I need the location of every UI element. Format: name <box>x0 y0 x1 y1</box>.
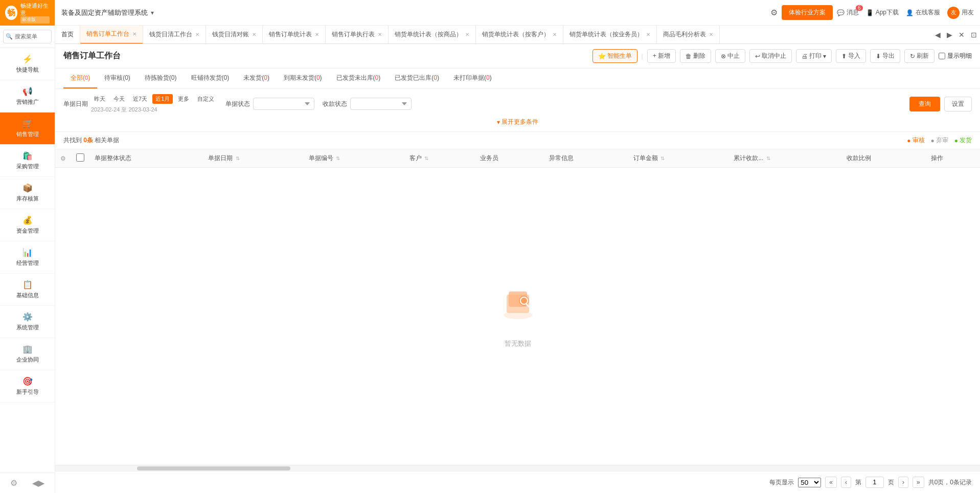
tab-scroll-left[interactable]: ◀ <box>932 29 944 41</box>
sidebar-settings-button[interactable]: ⚙ <box>10 478 17 488</box>
sidebar-item-inventory[interactable]: 📦 库存核算 <box>0 177 55 209</box>
tab-close-icon[interactable]: ✕ <box>315 32 319 37</box>
tab-close-icon[interactable]: ✕ <box>378 32 382 37</box>
print-button[interactable]: 🖨 打印 ▾ <box>796 49 832 63</box>
tab-sales-stats[interactable]: 销售订单统计表 ✕ <box>263 26 326 44</box>
subtab-shipped-out[interactable]: 已发货已出库(0) <box>388 69 446 88</box>
tab-sales-workbench[interactable]: 销售订单工作台 ✕ <box>80 26 143 44</box>
col-customer[interactable]: 客户 ⇅ <box>404 149 475 168</box>
sidebar-item-system[interactable]: ⚙️ 系统管理 <box>0 306 55 338</box>
sidebar-item-marketing[interactable]: 📢 营销推广 <box>0 80 55 113</box>
scroll-thumb[interactable] <box>137 466 290 470</box>
payment-select[interactable] <box>350 98 412 110</box>
date-option-1month[interactable]: 近1月 <box>152 94 173 104</box>
tab-scroll-right[interactable]: ▶ <box>944 29 955 41</box>
export-button[interactable]: ⬇ 导出 <box>870 49 900 63</box>
tab-close-icon[interactable]: ✕ <box>553 32 557 37</box>
tab-sales-execute[interactable]: 销售订单执行表 ✕ <box>326 26 389 44</box>
tab-cash-reconcile[interactable]: 钱货日清对账 ✕ <box>206 26 263 44</box>
sidebar-item-sales[interactable]: 🛒 销售管理 <box>0 113 55 145</box>
audit-button[interactable]: ● 审核 <box>907 136 924 145</box>
status-select[interactable] <box>253 98 314 110</box>
purchase-icon: 🛍️ <box>22 151 33 161</box>
online-service-button[interactable]: 👤 在线客服 <box>906 8 940 17</box>
date-option-today[interactable]: 今天 <box>110 94 128 104</box>
empty-icon <box>497 284 538 333</box>
column-settings-icon[interactable]: ⚙ <box>60 155 66 162</box>
date-option-yesterday[interactable]: 昨天 <box>91 94 108 104</box>
tab-close-icon[interactable]: ✕ <box>709 32 713 37</box>
next-page-button[interactable]: › <box>898 477 908 488</box>
prev-page-button[interactable]: ‹ <box>841 477 851 488</box>
subtab-not-printed[interactable]: 未打印单据(0) <box>446 69 499 88</box>
subtab-pending-review[interactable]: 待审核(0) <box>97 69 138 88</box>
show-detail-checkbox-label[interactable]: 显示明细 <box>939 52 972 60</box>
tab-close-icon[interactable]: ✕ <box>646 32 650 37</box>
subtab-all[interactable]: 全部(0) <box>63 69 97 88</box>
select-all-checkbox[interactable] <box>76 153 84 162</box>
new-button[interactable]: + 新增 <box>647 49 676 63</box>
filter-expand-button[interactable]: ▾ 展开更多条件 <box>497 118 538 126</box>
col-date[interactable]: 单据日期 ⇅ <box>203 149 304 168</box>
smart-gen-button[interactable]: ⭐ 智能生单 <box>592 49 637 63</box>
tab-close-icon[interactable]: ✕ <box>252 32 256 37</box>
col-number[interactable]: 单据编号 ⇅ <box>304 149 404 168</box>
tab-expand[interactable]: ⊡ <box>968 29 980 41</box>
tab-cash-daily[interactable]: 钱货日清工作台 ✕ <box>143 26 206 44</box>
query-button[interactable]: 查询 <box>909 97 940 111</box>
subtab-overdue-not-shipped[interactable]: 到期未发货(0) <box>277 69 329 88</box>
import-button[interactable]: ⬆ 导入 <box>836 49 866 63</box>
date-option-7days[interactable]: 近7天 <box>130 94 150 104</box>
filter-settings-button[interactable]: 设置 <box>944 97 972 111</box>
app-download-button[interactable]: 📱 App下载 <box>866 8 899 17</box>
search-menu-button[interactable]: 🔍 搜索菜单 <box>3 30 52 43</box>
subtab-shipped-not-warehoused[interactable]: 已发货未出库(0) <box>329 69 388 88</box>
tab-close-icon[interactable]: ✕ <box>132 31 136 37</box>
delete-icon: 🗑 <box>686 53 692 60</box>
tab-sales-stats-product[interactable]: 销货单统计表（按商品） ✕ <box>389 26 476 44</box>
refresh-button[interactable]: ↻ 刷新 <box>904 49 935 63</box>
delete-button[interactable]: 🗑 删除 <box>680 49 711 63</box>
first-page-button[interactable]: « <box>825 477 837 488</box>
subtab-not-shipped[interactable]: 未发货(0) <box>236 69 277 88</box>
sidebar-item-quick-nav[interactable]: ⚡ 快捷导航 <box>0 48 55 80</box>
date-option-more[interactable]: 更多 <box>175 94 192 104</box>
sort-icon: ⇅ <box>660 155 665 161</box>
sidebar-item-guide[interactable]: 🎯 新手引导 <box>0 370 55 402</box>
sidebar-item-basic-info[interactable]: 📋 基础信息 <box>0 274 55 306</box>
col-collected[interactable]: 累计收款... ⇅ <box>728 149 841 168</box>
tab-close-icon[interactable]: ✕ <box>465 32 469 37</box>
sidebar-item-enterprise[interactable]: 🏢 企业协同 <box>0 338 55 370</box>
message-button[interactable]: 💬 消息 6 <box>837 8 859 17</box>
stop-button[interactable]: ⊗ 中止 <box>715 49 745 63</box>
horizontal-scrollbar[interactable] <box>55 465 980 471</box>
ship-button[interactable]: ● 发货 <box>954 136 972 145</box>
show-detail-checkbox[interactable] <box>939 53 945 59</box>
tab-close-all[interactable]: ✕ <box>955 29 968 41</box>
topbar-gear-button[interactable]: ⚙ <box>770 8 778 17</box>
operations-icon: 📊 <box>22 248 33 257</box>
col-gear[interactable]: ⚙ <box>55 149 71 168</box>
page-input[interactable] <box>865 477 884 488</box>
tab-home[interactable]: 首页 <box>55 26 80 44</box>
per-page-select[interactable]: 10 20 30 50 100 <box>798 478 821 487</box>
user-menu[interactable]: 友 用友 <box>947 7 974 19</box>
col-checkbox <box>71 149 89 168</box>
subtab-wangpu-ship[interactable]: 旺铺待发货(0) <box>184 69 237 88</box>
tab-product-margin[interactable]: 商品毛利分析表 ✕ <box>657 26 720 44</box>
sidebar-item-purchase[interactable]: 🛍️ 采购管理 <box>0 145 55 177</box>
sidebar-item-finance[interactable]: 💰 资金管理 <box>0 209 55 241</box>
date-option-custom[interactable]: 自定义 <box>194 94 217 104</box>
industry-btn[interactable]: 体验行业方案 <box>782 5 833 20</box>
system-dropdown-button[interactable]: ▾ <box>151 9 154 16</box>
cancel-audit-button[interactable]: ● 弃审 <box>931 136 948 145</box>
subtab-pending-inspect[interactable]: 待拣验货(0) <box>138 69 184 88</box>
last-page-button[interactable]: » <box>913 477 924 488</box>
tab-sales-stats-customer[interactable]: 销货单统计表（按客户） ✕ <box>476 26 563 44</box>
col-amount[interactable]: 订单金额 ⇅ <box>628 149 729 168</box>
cancel-stop-button[interactable]: ↩ 取消中止 <box>749 49 792 63</box>
tab-close-icon[interactable]: ✕ <box>195 32 199 37</box>
sidebar-collapse-button[interactable]: ◀▶ <box>32 478 44 488</box>
sidebar-item-operations[interactable]: 📊 经营管理 <box>0 241 55 274</box>
tab-sales-stats-salesman[interactable]: 销货单统计表（按业务员） ✕ <box>563 26 657 44</box>
